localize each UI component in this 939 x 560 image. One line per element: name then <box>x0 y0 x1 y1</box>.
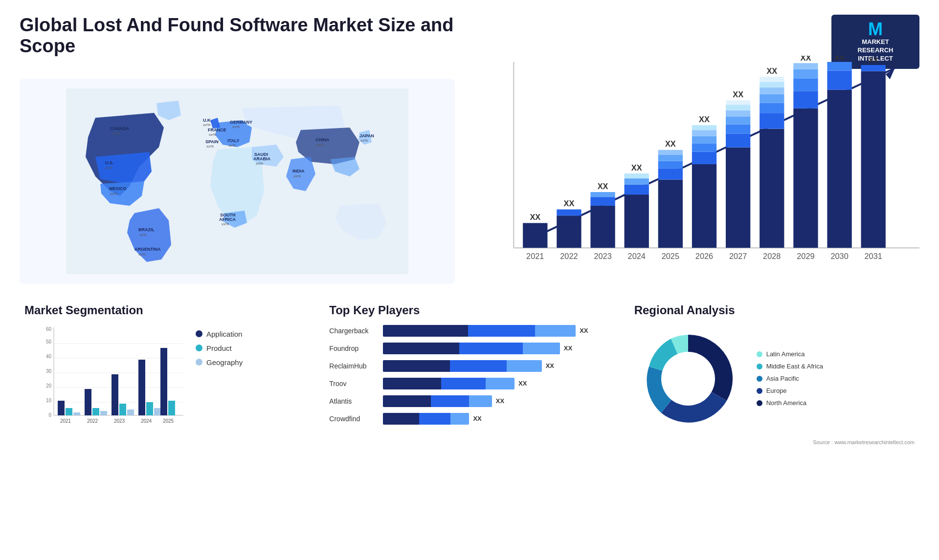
svg-text:xx%: xx% <box>228 143 236 148</box>
svg-rect-125 <box>119 404 126 415</box>
svg-text:xx%: xx% <box>112 131 120 136</box>
player-bar-container: XX <box>383 360 609 372</box>
svg-rect-64 <box>726 148 750 248</box>
svg-text:ARABIA: ARABIA <box>253 156 270 161</box>
svg-text:FRANCE: FRANCE <box>208 128 226 132</box>
legend-dot-application <box>196 330 202 337</box>
svg-text:0: 0 <box>48 412 51 418</box>
legend-north-america: North America <box>757 399 823 407</box>
svg-text:2025: 2025 <box>662 252 679 260</box>
legend-label-middle-east: Middle East & Africa <box>766 363 823 370</box>
svg-text:xx%: xx% <box>139 233 147 237</box>
player-name: Crowdfind <box>329 415 378 423</box>
svg-rect-122 <box>92 408 99 415</box>
svg-text:xx%: xx% <box>232 125 240 129</box>
svg-text:xx%: xx% <box>293 174 301 178</box>
player-bar <box>383 378 514 389</box>
legend-label-application: Application <box>206 330 242 338</box>
svg-rect-51 <box>658 180 683 248</box>
player-row-atlantis: Atlantis XX <box>329 395 609 407</box>
svg-rect-84 <box>793 63 818 69</box>
legend-asia-pacific: Asia Pacific <box>757 375 823 382</box>
legend-dot-asia <box>757 376 762 382</box>
svg-rect-86 <box>827 90 851 248</box>
svg-text:xx%: xx% <box>105 166 112 170</box>
svg-text:INDIA: INDIA <box>292 169 305 173</box>
player-bar-container: XX <box>383 413 609 425</box>
svg-text:2029: 2029 <box>797 252 814 260</box>
player-row-troov: Troov XX <box>329 378 609 389</box>
svg-rect-37 <box>523 223 547 248</box>
svg-text:50: 50 <box>46 339 52 345</box>
svg-text:60: 60 <box>46 326 52 332</box>
regional-title: Regional Analysis <box>634 303 915 317</box>
svg-text:CHINA: CHINA <box>315 137 330 142</box>
legend-label-asia: Asia Pacific <box>766 375 799 382</box>
svg-text:XX: XX <box>733 90 743 99</box>
source-text: Source : www.marketresearchintellect.com <box>634 439 915 445</box>
page-title: Global Lost And Found Software Market Si… <box>20 15 460 57</box>
svg-text:CANADA: CANADA <box>110 126 129 131</box>
svg-rect-119 <box>66 408 72 415</box>
svg-rect-80 <box>793 108 818 248</box>
player-bar-container: XX <box>383 343 609 354</box>
svg-text:2026: 2026 <box>695 252 713 260</box>
svg-text:30: 30 <box>46 368 52 374</box>
svg-rect-46 <box>625 194 649 248</box>
svg-rect-128 <box>146 402 153 415</box>
legend-dot-product <box>196 345 202 351</box>
svg-text:xx%: xx% <box>222 222 229 226</box>
svg-text:XX: XX <box>530 213 540 221</box>
players-list: Chargerback XX Foundrop <box>329 325 609 425</box>
svg-text:10: 10 <box>46 398 52 403</box>
svg-rect-53 <box>658 161 683 169</box>
svg-text:XX: XX <box>835 56 845 61</box>
svg-rect-55 <box>658 150 683 155</box>
player-row-chargerback: Chargerback XX <box>329 325 609 337</box>
legend-geography: Geography <box>196 358 243 366</box>
segmentation-title: Market Segmentation <box>24 303 305 317</box>
regional-legend: Latin America Middle East & Africa Asia … <box>757 350 823 407</box>
player-bar <box>383 360 541 372</box>
svg-rect-47 <box>625 185 649 194</box>
svg-rect-44 <box>590 192 615 197</box>
player-bar <box>383 413 469 425</box>
logo-letter: M <box>868 21 883 38</box>
player-bar <box>383 395 492 407</box>
svg-rect-66 <box>726 125 750 134</box>
svg-text:xx%: xx% <box>206 144 214 149</box>
svg-rect-59 <box>692 144 716 151</box>
svg-rect-87 <box>827 71 851 90</box>
svg-text:2022: 2022 <box>560 252 578 260</box>
svg-rect-76 <box>760 87 784 94</box>
svg-rect-129 <box>154 408 161 415</box>
legend-latin-america: Latin America <box>757 350 823 358</box>
players-section: Top Key Players Chargerback XX Foundrop <box>324 299 614 450</box>
legend-product: Product <box>196 344 243 352</box>
svg-point-138 <box>661 352 715 406</box>
logo-line2: RESEARCH <box>858 46 894 55</box>
svg-text:JAPAN: JAPAN <box>359 133 374 138</box>
svg-text:xx%: xx% <box>360 138 368 143</box>
svg-text:MEXICO: MEXICO <box>109 186 127 191</box>
svg-rect-62 <box>692 125 716 130</box>
svg-rect-42 <box>590 206 615 248</box>
svg-rect-65 <box>726 134 750 148</box>
svg-text:20: 20 <box>46 383 52 388</box>
svg-text:XX: XX <box>665 139 676 148</box>
player-name: Atlantis <box>329 397 378 405</box>
svg-rect-57 <box>692 164 716 248</box>
legend-europe: Europe <box>757 387 823 394</box>
svg-rect-83 <box>793 69 818 79</box>
svg-text:XX: XX <box>631 163 642 172</box>
legend-label-product: Product <box>206 344 232 352</box>
svg-rect-132 <box>58 401 65 415</box>
svg-text:BRAZIL: BRAZIL <box>138 227 155 232</box>
player-name: Troov <box>329 380 378 388</box>
svg-rect-72 <box>760 129 784 248</box>
svg-rect-43 <box>590 197 615 206</box>
svg-text:2023: 2023 <box>594 252 611 260</box>
legend-application: Application <box>196 330 243 338</box>
player-row-crowdfind: Crowdfind XX <box>329 413 609 425</box>
player-value: XX <box>580 327 588 334</box>
